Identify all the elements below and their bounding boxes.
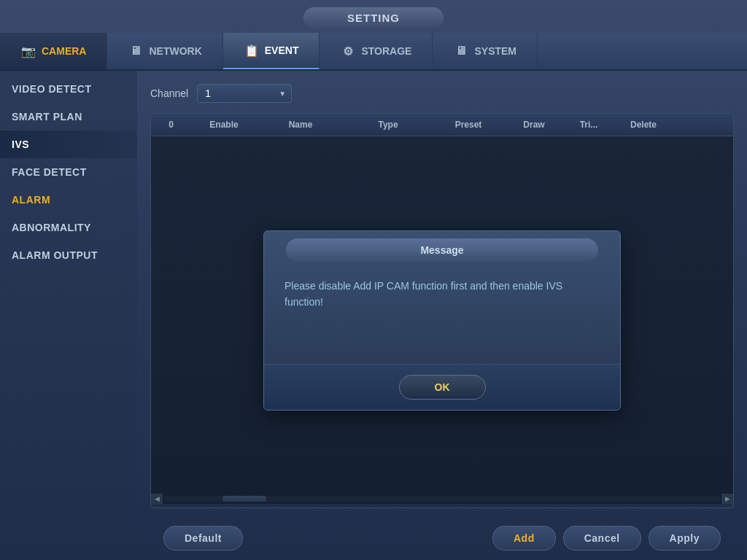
tab-storage[interactable]: ⚙ STORAGE bbox=[320, 33, 433, 69]
ivs-table: 0 Enable Name Type Preset Draw Tri... De… bbox=[150, 113, 734, 508]
sidebar-item-alarm[interactable]: ALARM bbox=[0, 186, 137, 214]
col-header-name: Name bbox=[257, 120, 344, 130]
tab-camera-label: CAMERA bbox=[42, 45, 86, 57]
tab-system-label: SYSTEM bbox=[474, 45, 516, 57]
channel-select-wrapper: 1 2 3 4 ▼ bbox=[197, 84, 292, 103]
default-button[interactable]: Default bbox=[163, 526, 243, 551]
sidebar-item-abnormality[interactable]: ABNORMALITY bbox=[0, 214, 137, 241]
main-content: VIDEO DETECT SMART PLAN IVS FACE DETECT … bbox=[0, 71, 747, 560]
col-header-preset: Preset bbox=[432, 120, 505, 130]
modal-footer: OK bbox=[264, 364, 620, 410]
title-bar: SETTING bbox=[0, 0, 747, 33]
system-icon: 🖥 bbox=[453, 43, 469, 59]
tab-storage-label: STORAGE bbox=[361, 45, 411, 57]
modal-message: Please disable Add IP CAM function first… bbox=[285, 278, 600, 311]
add-button[interactable]: Add bbox=[492, 526, 556, 551]
nav-tabs: 📷 CAMERA 🖥 NETWORK 📋 EVENT ⚙ STORAGE 🖥 S… bbox=[0, 33, 747, 71]
sidebar-item-video-detect[interactable]: VIDEO DETECT bbox=[0, 75, 137, 103]
storage-icon: ⚙ bbox=[340, 43, 356, 59]
modal-ok-button[interactable]: OK bbox=[399, 375, 486, 400]
col-header-type: Type bbox=[344, 120, 432, 130]
modal-title-bar: Message bbox=[286, 238, 598, 262]
modal-title: Message bbox=[420, 244, 463, 256]
page-title: SETTING bbox=[303, 7, 444, 28]
bottom-buttons: Default Add Cancel Apply bbox=[150, 518, 734, 558]
sidebar-item-smart-plan[interactable]: SMART PLAN bbox=[0, 103, 137, 131]
tab-event-label: EVENT bbox=[265, 44, 299, 56]
modal-overlay: Message Please disable Add IP CAM functi… bbox=[151, 136, 733, 504]
channel-label: Channel bbox=[150, 88, 188, 99]
table-header: 0 Enable Name Type Preset Draw Tri... De… bbox=[151, 114, 733, 136]
tab-network-label: NETWORK bbox=[149, 45, 201, 57]
right-buttons: Add Cancel Apply bbox=[492, 526, 721, 551]
sidebar: VIDEO DETECT SMART PLAN IVS FACE DETECT … bbox=[0, 71, 137, 560]
event-icon: 📋 bbox=[244, 42, 260, 58]
col-header-enable: Enable bbox=[191, 120, 257, 130]
col-header-delete: Delete bbox=[614, 120, 673, 130]
col-header-tri: Tri... bbox=[563, 120, 614, 130]
cancel-button[interactable]: Cancel bbox=[563, 526, 641, 551]
content-panel: Channel 1 2 3 4 ▼ 0 Enable Name Type Pre… bbox=[137, 71, 747, 560]
tab-network[interactable]: 🖥 NETWORK bbox=[107, 33, 222, 69]
table-body: Message Please disable Add IP CAM functi… bbox=[151, 136, 733, 504]
tab-camera[interactable]: 📷 CAMERA bbox=[0, 33, 107, 69]
network-icon: 🖥 bbox=[128, 43, 144, 59]
tab-event[interactable]: 📋 EVENT bbox=[223, 33, 320, 69]
modal-body: Please disable Add IP CAM function first… bbox=[264, 262, 620, 364]
sidebar-item-face-detect[interactable]: FACE DETECT bbox=[0, 158, 137, 186]
message-dialog: Message Please disable Add IP CAM functi… bbox=[263, 230, 621, 411]
col-header-0: 0 bbox=[151, 120, 191, 130]
camera-icon: 📷 bbox=[20, 43, 36, 59]
sidebar-item-ivs[interactable]: IVS bbox=[0, 131, 137, 158]
col-header-draw: Draw bbox=[505, 120, 563, 130]
channel-row: Channel 1 2 3 4 ▼ bbox=[150, 84, 734, 103]
apply-button[interactable]: Apply bbox=[649, 526, 721, 551]
sidebar-item-alarm-output[interactable]: ALARM OUTPUT bbox=[0, 241, 137, 269]
channel-select[interactable]: 1 2 3 4 bbox=[197, 84, 292, 103]
tab-system[interactable]: 🖥 SYSTEM bbox=[433, 33, 538, 69]
